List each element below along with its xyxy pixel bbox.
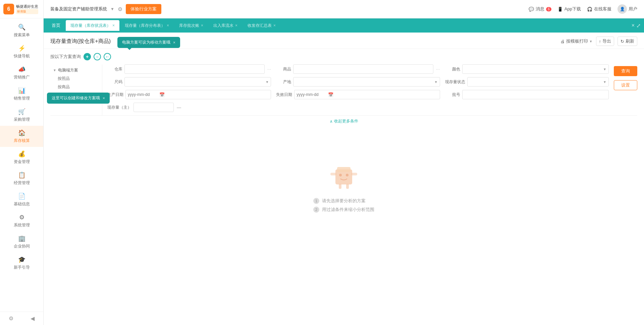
sidebar-item-operation[interactable]: 📋 经营管理 [0,168,43,189]
mobile-icon: 📱 [557,7,563,12]
print-button[interactable]: 🖨 按模板打印 ▼ [560,38,593,44]
size-field-wrap: 尺码 ▼ [107,77,271,87]
svg-rect-6 [330,173,336,175]
scheme-item-by-warehouse[interactable]: 按照品 [50,74,102,83]
tab-inventory-dist[interactable]: 现存量（库存分布表） × [120,20,174,31]
sidebar-item-enterprise[interactable]: 🏢 企业协同 [0,231,43,253]
tab-batch-close[interactable]: × [201,23,203,28]
capital-icon: 💰 [18,150,25,158]
printer-icon: 🖨 [560,39,565,44]
tab-inventory-status[interactable]: 现存量（库存状况表） × [66,20,119,31]
svg-rect-7 [351,173,357,175]
origin-chevron-icon: ▼ [434,80,438,84]
filter-section-inner: ▼ 电脑端方案 按照品 按商品 ▶ [50,64,637,115]
collapse-sidebar-button[interactable]: ◀ [31,315,35,322]
close-all-tabs-icon[interactable]: × [632,22,635,29]
size-chevron-icon: ▼ [265,80,269,84]
maximize-icon[interactable]: ⤢ [636,22,641,29]
tab-inventory-dist-close[interactable]: × [167,23,169,28]
expire-date-input[interactable] [297,92,327,97]
svg-rect-5 [346,184,349,189]
logo-badge: 标准版 [16,9,38,14]
header-right: 💬 消息 6 📱 App下载 🎧 在线客服 👤 用户 [529,4,637,14]
sidebar-item-basic[interactable]: 📄 基础信息 [0,189,43,210]
sidebar-item-system-label: 系统管理 [14,222,30,228]
headset-icon: 🎧 [587,7,592,12]
sidebar-item-search[interactable]: 🔍 搜索菜单 [0,20,43,41]
step-num-2: 2 [313,207,319,213]
goods-select[interactable] [293,64,433,74]
color-select[interactable]: ▼ [462,64,609,74]
settings-gear-button[interactable]: ⚙ [118,6,122,12]
batch-num-input[interactable] [462,90,609,99]
online-service-action[interactable]: 🎧 在线客服 [587,6,611,12]
tab-summary-label: 收发存汇总表 [248,23,272,29]
sidebar-item-system[interactable]: ⚙ 系统管理 [0,210,43,231]
filter-row-1: 仓库 ··· 商品 [107,64,609,74]
industry-button[interactable]: 体验行业方案 [126,4,161,14]
goods-dots-icon[interactable]: ··· [436,66,440,72]
settings-button[interactable]: ⚙ [9,315,13,322]
app-download-action[interactable]: 📱 App下载 [557,6,581,12]
filter-row-2: 尺码 ▼ 产地 ▼ [107,77,609,87]
range-dash: — [177,105,181,110]
reset-button[interactable]: 设置 [614,80,637,90]
stock-status-select[interactable]: ▼ [467,77,609,87]
svg-point-2 [339,174,342,176]
search-button[interactable]: 查询 [614,66,637,76]
tab-inventory-status-label: 现存量（库存状况表） [70,23,111,29]
sidebar-item-capital[interactable]: 💰 资金管理 [0,147,43,168]
sales-icon: 📊 [18,87,25,94]
tab-summary-close[interactable]: × [273,23,276,28]
sidebar-item-marketing[interactable]: 📣 营销推广 [0,62,43,84]
add-scheme-button[interactable]: + [84,53,91,60]
sidebar-item-sales[interactable]: 📊 销售管理 [0,84,43,105]
back-scheme-button[interactable]: ← [104,53,111,60]
sidebar-item-quick[interactable]: ⚡ 快捷导航 [0,41,43,62]
tooltip1-close-button[interactable]: × [173,40,175,45]
edit-scheme-button[interactable]: ○ [94,53,101,60]
size-label: 尺码 [107,79,122,85]
expire-date-input-wrap[interactable]: 📅 [294,90,440,99]
tooltip2-close-button[interactable]: × [103,96,105,101]
sidebar-item-purchase[interactable]: 🛒 采购管理 [0,105,43,126]
user-action[interactable]: 👤 用户 [618,4,637,14]
scheme-group-desktop-header[interactable]: ▼ 电脑端方案 [50,66,102,74]
tab-inout[interactable]: 出入库流水 × [209,20,242,31]
sidebar-item-guide[interactable]: 🎓 新手引导 [0,253,43,274]
produce-date-input-wrap[interactable]: 📅 [125,90,271,99]
tab-inout-close[interactable]: × [235,23,237,28]
message-action[interactable]: 💬 消息 6 [529,6,551,12]
empty-step-1: 1 请先选择要分析的方案 [313,198,374,204]
tab-batch-label: 库存批次账 [179,23,199,29]
size-select[interactable]: ▼ [124,77,271,87]
tooltip2-text: 这里可以创建和修改方案哦 [52,95,100,101]
refresh-button[interactable]: ↻ 刷新 [618,37,637,46]
tab-bar-right: × ⤢ [632,22,644,29]
collapse-bar[interactable]: ∧ 收起更多条件 [50,115,637,127]
tab-home[interactable]: 首页 [47,20,65,31]
produce-date-input[interactable] [128,92,158,97]
tab-batch[interactable]: 库存批次账 × [174,20,208,31]
filter-row-4: 现存量（主） — [107,103,609,112]
export-button[interactable]: ↑ 导出 [596,37,614,46]
tab-summary[interactable]: 收发存汇总表 × [243,20,280,31]
origin-select[interactable]: ▼ [293,77,440,87]
warehouse-select[interactable] [124,64,265,74]
header-dropdown-icon[interactable]: ▼ [110,7,114,11]
tab-inventory-dist-label: 现存量（库存分布表） [125,23,165,29]
app-download-label: App下载 [565,6,581,12]
color-label: 颜色 [445,66,460,72]
header-left: 装备及固定资产辅助管理系统 ▼ ⚙ 体验行业方案 [50,4,161,14]
step-num-1: 1 [313,198,319,204]
scheme-item-by-goods[interactable]: 按商品 [50,83,102,91]
sidebar-item-inventory[interactable]: 🏠 库存核算 [0,126,43,147]
tab-inventory-status-close[interactable]: × [112,23,115,28]
sidebar-item-quick-label: 快捷导航 [14,53,30,59]
sidebar-item-capital-label: 资金管理 [14,159,30,165]
guide-icon: 🎓 [18,256,25,263]
stock-main-from-input[interactable] [133,103,174,112]
user-label: 用户 [629,6,637,12]
operation-icon: 📋 [18,171,25,179]
warehouse-dots-icon[interactable]: ··· [267,66,271,72]
